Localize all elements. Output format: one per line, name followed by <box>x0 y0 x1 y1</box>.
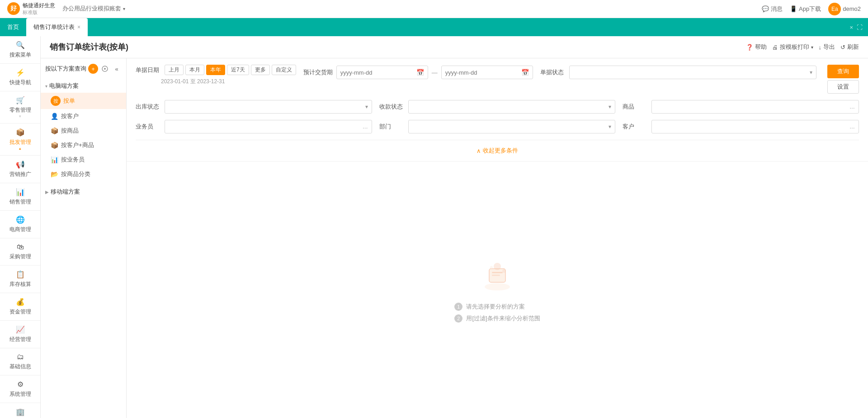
sidebar-item-wholesale[interactable]: 📦 批发管理 ▴ <box>0 124 40 156</box>
main-right: 单据日期 上月 本月 本年 近7天 更多 自定义 <box>127 58 868 418</box>
receipt-status-label: 收款状态 <box>379 103 405 111</box>
query-button[interactable]: 查询 <box>827 65 859 78</box>
scheme-section-mobile-title[interactable]: ▶ 移动端方案 <box>41 185 126 199</box>
system-icon: ⚙ <box>17 380 24 389</box>
main-layout: 🔍 搜索菜单 ⚡ 快捷导航 🛒 零售管理 ▾ 📦 批发管理 ▴ 📢 营销推广 📊… <box>0 36 868 418</box>
by-cust-goods-icon: 📦 <box>51 142 58 149</box>
retail-icon: 🛒 <box>16 96 25 104</box>
sidebar: 🔍 搜索菜单 ⚡ 快捷导航 🛒 零售管理 ▾ 📦 批发管理 ▴ 📢 营销推广 📊… <box>0 36 41 418</box>
tab-home[interactable]: 首页 <box>0 18 26 36</box>
download-icon: 📱 <box>790 5 797 12</box>
sidebar-item-retail[interactable]: 🛒 零售管理 ▾ <box>0 91 40 124</box>
scheme-item-by-goods-cat[interactable]: 📂 按商品分类 <box>41 167 126 181</box>
sidebar-item-basic[interactable]: 🗂 基础信息 <box>0 348 40 375</box>
logo-text: 畅捷通好生意 标准版 <box>23 2 55 16</box>
customer-more-icon[interactable]: … <box>849 124 855 130</box>
goods-field[interactable] <box>656 104 849 110</box>
ship-status-select[interactable]: ▾ <box>165 100 372 114</box>
date-range-text: 2023-01-01 至 2023-12-31 <box>161 78 225 85</box>
print-btn[interactable]: 🖨 按模板打印 ▾ <box>772 43 813 51</box>
scheme-edit-btn[interactable] <box>100 64 110 74</box>
purchase-icon: 🛍 <box>17 243 24 251</box>
customer-input[interactable]: … <box>651 120 859 133</box>
date-btn-this-year[interactable]: 本年 <box>206 65 225 75</box>
sidebar-item-marketing[interactable]: 📢 营销推广 <box>0 156 40 183</box>
date-btn-last-month[interactable]: 上月 <box>165 65 184 75</box>
expected-date-start-input[interactable]: 📅 <box>336 66 428 79</box>
window-close-icon[interactable]: × <box>849 24 853 31</box>
goods-input[interactable]: … <box>651 100 859 114</box>
top-bar-right: 💬 消息 📱 App下载 Ea demo2 <box>762 3 861 15</box>
export-btn[interactable]: ↓ 导出 <box>819 43 835 51</box>
svg-point-7 <box>502 269 506 273</box>
tip-2-number: 2 <box>454 314 462 323</box>
scheme-collapse-btn[interactable]: « <box>112 64 122 74</box>
by-goods-icon: 📦 <box>51 127 58 134</box>
date-label: 单据日期 <box>136 66 161 74</box>
sidebar-item-ecommerce[interactable]: 🌐 电商管理 <box>0 211 40 238</box>
wholesale-icon: 📦 <box>16 128 25 137</box>
sidebar-item-finance[interactable]: 💰 资金管理 <box>0 293 40 321</box>
scheme-panel: 按以下方案查询 + « ▾ 电脑端方案 按 <box>41 58 127 418</box>
salesman-more-icon[interactable]: … <box>363 124 368 130</box>
sidebar-item-sales[interactable]: 📊 销售管理 <box>0 183 40 211</box>
customer-label: 客户 <box>623 123 648 131</box>
marketing-icon: 📢 <box>16 160 25 169</box>
goods-more-icon[interactable]: … <box>849 104 855 110</box>
by-salesman-icon: 📊 <box>51 156 58 163</box>
scheme-item-by-cust-goods[interactable]: 📦 按客户+商品 <box>41 138 126 152</box>
expected-date-start-field[interactable] <box>340 69 416 76</box>
date-btn-this-month[interactable]: 本月 <box>185 65 204 75</box>
app-selector[interactable]: 办公用品行业模拟账套 ▾ <box>59 5 129 13</box>
settings-button[interactable]: 设置 <box>827 80 859 94</box>
doc-status-select[interactable]: ▾ <box>569 66 816 79</box>
salesman-input[interactable]: … <box>165 120 372 133</box>
app-download-btn[interactable]: 📱 App下载 <box>790 5 821 13</box>
date-btn-more[interactable]: 更多 <box>251 65 270 75</box>
collapse-btn[interactable]: ∧ 收起更多条件 <box>474 144 521 157</box>
scheme-item-by-salesman[interactable]: 📊 按业务员 <box>41 152 126 167</box>
scheme-add-btn[interactable]: + <box>88 64 98 74</box>
sidebar-item-system[interactable]: ⚙ 系统管理 <box>0 375 40 403</box>
inventory-icon: 📋 <box>16 270 25 279</box>
action-buttons: 查询 设置 <box>824 65 859 94</box>
sidebar-item-enterprise[interactable]: 🏢 企业协同 <box>0 403 40 418</box>
logo-icon: 好 <box>7 2 20 15</box>
empty-tip-2: 2 用[过滤]条件来缩小分析范围 <box>454 314 540 323</box>
scheme-item-by-goods[interactable]: 📦 按商品 <box>41 124 126 138</box>
sidebar-item-inventory[interactable]: 📋 库存核算 <box>0 266 40 293</box>
chevron-down-icon: ▾ <box>123 6 125 11</box>
date-btn-custom[interactable]: 自定义 <box>272 65 296 75</box>
scheme-section-mobile: ▶ 移动端方案 <box>41 183 126 200</box>
refresh-btn[interactable]: ↺ 刷新 <box>840 43 859 51</box>
scheme-item-by-customer[interactable]: 👤 按客户 <box>41 109 126 124</box>
svg-point-2 <box>485 283 510 290</box>
empty-tip-1: 1 请先选择要分析的方案 <box>454 303 540 311</box>
date-btn-last-7-days[interactable]: 近7天 <box>227 65 249 75</box>
message-btn[interactable]: 💬 消息 <box>762 5 783 13</box>
sidebar-item-search-menu[interactable]: 🔍 搜索菜单 <box>0 36 40 64</box>
sidebar-item-purchase[interactable]: 🛍 采购管理 <box>0 238 40 266</box>
user-menu[interactable]: Ea demo2 <box>828 3 861 15</box>
tab-close-icon[interactable]: × <box>77 24 80 30</box>
sidebar-item-quick-nav[interactable]: ⚡ 快捷导航 <box>0 64 40 91</box>
expected-date-end-field[interactable] <box>445 69 521 76</box>
nav-tabs: 首页 销售订单统计表 × × ⛶ <box>0 18 868 36</box>
salesman-label: 业务员 <box>136 123 161 131</box>
scheme-item-by-order[interactable]: 按 按单 <box>41 93 126 109</box>
finance-icon: 💰 <box>16 298 25 306</box>
ecommerce-icon: 🌐 <box>16 215 25 224</box>
logo-area: 好 畅捷通好生意 标准版 <box>7 2 55 16</box>
page-header-actions: ❓ 帮助 🖨 按模板打印 ▾ ↓ 导出 ↺ 刷新 <box>746 43 859 57</box>
sidebar-item-business[interactable]: 📈 经营管理 <box>0 321 40 348</box>
salesman-field[interactable] <box>169 124 363 130</box>
expected-date-end-input[interactable]: 📅 <box>441 66 533 79</box>
window-max-icon[interactable]: ⛶ <box>857 24 863 31</box>
scheme-section-pc-title[interactable]: ▾ 电脑端方案 <box>41 79 126 93</box>
customer-field[interactable] <box>656 124 849 130</box>
receipt-status-select[interactable]: ▾ <box>408 100 616 114</box>
ship-status-arrow-icon: ▾ <box>365 104 368 110</box>
dept-select[interactable]: ▾ <box>408 120 616 133</box>
tab-sales-order-stats[interactable]: 销售订单统计表 × <box>26 18 88 36</box>
help-btn[interactable]: ❓ 帮助 <box>746 43 767 51</box>
